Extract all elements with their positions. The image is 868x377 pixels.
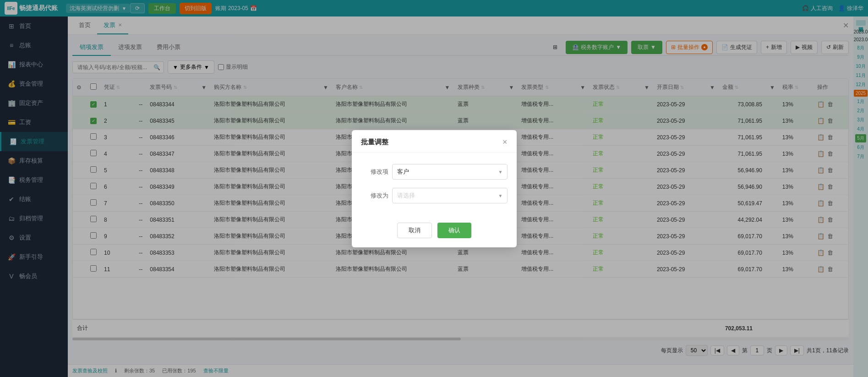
confirm-button[interactable]: 确认 xyxy=(437,223,471,238)
modify-value-select[interactable]: 请选择 xyxy=(392,188,508,203)
modify-field-select-wrapper[interactable]: 客户 ▼ xyxy=(392,164,508,180)
cancel-button[interactable]: 取消 xyxy=(397,223,432,238)
modal-close-button[interactable]: × xyxy=(502,137,508,147)
modify-value-label: 修改为 xyxy=(361,191,388,200)
modal-footer: 取消 确认 xyxy=(352,219,517,247)
modify-value-row: 修改为 请选择 ▼ xyxy=(361,188,508,203)
modal-overlay[interactable]: 批量调整 × 修改项 客户 ▼ 修改为 请选择 ▼ 取消 确认 xyxy=(0,0,868,377)
modify-field-label: 修改项 xyxy=(361,168,388,176)
batch-adjust-modal: 批量调整 × 修改项 客户 ▼ 修改为 请选择 ▼ 取消 确认 xyxy=(352,130,517,247)
modify-field-row: 修改项 客户 ▼ xyxy=(361,164,508,180)
modal-body: 修改项 客户 ▼ 修改为 请选择 ▼ xyxy=(352,153,517,219)
modify-value-select-wrapper[interactable]: 请选择 ▼ xyxy=(392,188,508,203)
modal-header: 批量调整 × xyxy=(352,130,517,153)
modal-title: 批量调整 xyxy=(361,138,388,147)
modify-field-select[interactable]: 客户 xyxy=(392,164,508,180)
